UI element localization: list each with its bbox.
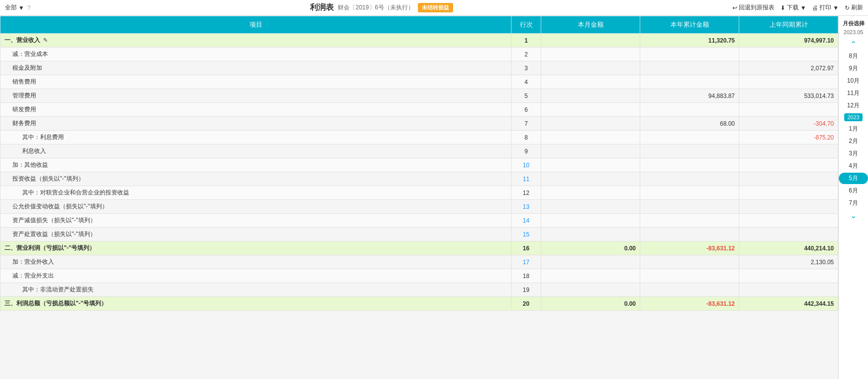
row-prev-14 [739,228,838,241]
scope-dropdown[interactable]: 全部 ▼ [5,3,24,12]
row-num-1: 2 [511,47,541,61]
download-chevron-icon: ▼ [800,4,806,11]
report-title: 利润表 [310,2,334,13]
sidebar-month-5[interactable]: 5月 [839,173,868,184]
sidebar-month-1[interactable]: 1月 [839,123,868,135]
sidebar-month-10[interactable]: 10月 [839,75,868,87]
top-bar-center: 利润表 财会〔2019〕6号（未执行） 未结转损益 [310,2,453,13]
row-item-9: 加：其他收益 [0,158,511,172]
scroll-up-button[interactable]: ⌃ [848,38,860,50]
scroll-down-button[interactable]: ⌄ [848,209,860,221]
top-bar-actions: ↩ 回退到原报表 ⬇ 下载 ▼ 🖨 打印 ▼ ↻ 刷新 [732,3,863,12]
sidebar-month-3[interactable]: 3月 [839,148,868,159]
row-item-19: 三、利润总额（亏损总额以"-"号填列） [0,297,511,311]
row-month-14 [541,228,640,241]
row-year-8 [640,144,739,158]
row-month-6 [541,117,640,131]
row-month-13 [541,214,640,228]
row-year-15: -83,631.12 [640,241,739,255]
row-item-18: 其中：非流动资产处置损失 [0,283,511,297]
row-month-19: 0.00 [541,297,640,311]
row-item-4: 管理费用 [0,89,511,103]
row-item-0: 一、营业收入✎ [0,34,511,47]
print-button[interactable]: 🖨 打印 ▼ [812,3,839,12]
row-year-3 [640,75,739,89]
row-item-1: 减：营业成本 [0,47,511,61]
report-table: 项目 行次 本月金额 本年累计金额 上年同期累计 一、营业收入✎111,320.… [0,16,838,311]
row-month-7 [541,131,640,144]
print-chevron-icon: ▼ [833,4,839,11]
row-year-14 [640,228,739,241]
sidebar-month-4[interactable]: 4月 [839,160,868,172]
help-icon[interactable]: ? [27,4,31,11]
row-prev-0: 974,997.10 [739,34,838,47]
row-num-6: 7 [511,117,541,131]
sidebar-month-7[interactable]: 7月 [839,197,868,209]
row-prev-2: 2,072.97 [739,61,838,75]
row-num-12: 13 [511,200,541,214]
sidebar-month-9[interactable]: 9月 [839,63,868,74]
row-year-6: 68.00 [640,117,739,131]
row-year-4: 94,883.87 [640,89,739,103]
row-prev-17 [739,269,838,283]
row-num-15: 16 [511,241,541,255]
back-button[interactable]: ↩ 回退到原报表 [732,3,774,12]
row-item-8: 利息收入 [0,144,511,158]
sidebar-month-11[interactable]: 11月 [839,88,868,99]
sidebar-month-12[interactable]: 12月 [839,100,868,111]
row-year-10 [640,172,739,186]
row-prev-15: 440,214.10 [739,241,838,255]
row-num-10: 11 [511,172,541,186]
sidebar-current-year-label: 2023 [844,113,862,121]
back-icon: ↩ [732,4,737,11]
row-year-11 [640,186,739,200]
refresh-icon: ↻ [845,4,850,11]
row-year-17 [640,269,739,283]
row-prev-3 [739,75,838,89]
row-month-0 [541,34,640,47]
row-prev-6: -304.70 [739,117,838,131]
row-item-6: 财务费用 [0,117,511,131]
col-header-year: 本年累计金额 [640,16,739,34]
row-prev-19: 442,344.15 [739,297,838,311]
row-prev-12 [739,200,838,214]
row-item-16: 加：营业外收入 [0,255,511,269]
row-item-13: 资产减值损失（损失以"-"填列） [0,214,511,228]
row-month-5 [541,103,640,117]
row-year-12 [640,200,739,214]
row-year-2 [640,61,739,75]
download-button[interactable]: ⬇ 下载 ▼ [780,3,806,12]
row-item-15: 二、营业利润（亏损以"-"号填列） [0,241,511,255]
row-item-11: 其中：对联营企业和合营企业的投资收益 [0,186,511,200]
row-month-17 [541,269,640,283]
row-year-0: 11,320.75 [640,34,739,47]
row-item-5: 研发费用 [0,103,511,117]
row-month-3 [541,75,640,89]
row-item-17: 减：营业外支出 [0,269,511,283]
row-month-1 [541,47,640,61]
row-month-18 [541,283,640,297]
row-item-14: 资产处置收益（损失以"-"填列） [0,228,511,241]
row-month-2 [541,61,640,75]
edit-icon[interactable]: ✎ [43,37,48,43]
row-item-2: 税金及附加 [0,61,511,75]
row-prev-9 [739,158,838,172]
row-prev-5 [739,103,838,117]
row-month-11 [541,186,640,200]
row-month-15: 0.00 [541,241,640,255]
row-year-5 [640,103,739,117]
row-prev-11 [739,186,838,200]
row-prev-18 [739,283,838,297]
col-header-prev: 上年同期累计 [739,16,838,34]
row-num-4: 5 [511,89,541,103]
row-item-12: 公允价值变动收益（损失以"-"填列） [0,200,511,214]
row-num-11: 12 [511,186,541,200]
row-year-19: -83,631.12 [640,297,739,311]
row-year-16 [640,255,739,269]
sidebar-month-6[interactable]: 6月 [839,185,868,196]
sidebar-month-2[interactable]: 2月 [839,136,868,147]
sidebar-title: 月份选择 [843,20,865,27]
sidebar-month-8[interactable]: 8月 [839,50,868,62]
row-month-10 [541,172,640,186]
refresh-button[interactable]: ↻ 刷新 [845,3,863,12]
